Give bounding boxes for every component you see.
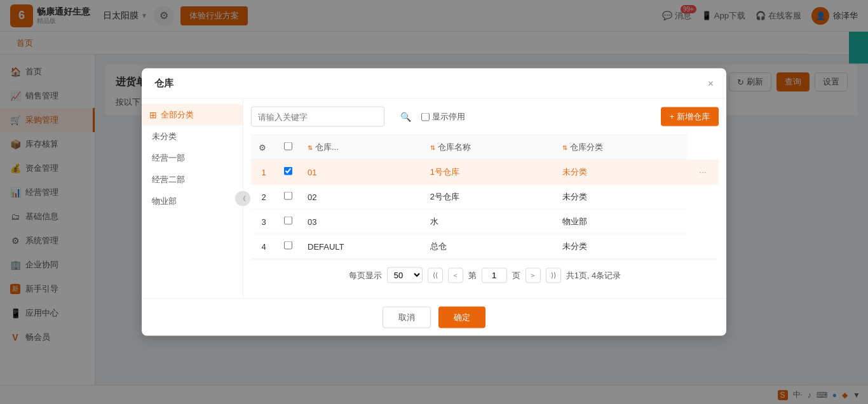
row-name: 总仓 xyxy=(423,234,555,259)
table-body: 1 01 1号仓库 未分类 ··· 2 02 2号仓库 未分类 3 03 水 物… xyxy=(251,159,719,259)
col-category[interactable]: ⇅ 仓库分类 xyxy=(555,135,687,159)
col-name[interactable]: ⇅ 仓库名称 xyxy=(423,135,555,159)
row-name: 1号仓库 xyxy=(423,159,555,184)
page-number-input[interactable] xyxy=(482,267,507,283)
category-item-1[interactable]: 经营一部 xyxy=(142,147,243,169)
category-item-3[interactable]: 物业部 xyxy=(142,191,243,212)
warehouse-modal: 仓库 × ⊞ 全部分类 未分类 经营一部 经营二部 物业部 《 🔍 xyxy=(142,69,726,336)
page-unit: 页 xyxy=(512,269,520,281)
row-checkbox[interactable] xyxy=(284,241,292,250)
row-checkbox-cell[interactable] xyxy=(276,159,300,184)
row-num: 2 xyxy=(251,184,276,209)
col-settings[interactable]: ⚙ xyxy=(251,135,276,159)
table-row[interactable]: 4 DEFAULT 总仓 未分类 xyxy=(251,234,719,259)
row-code: DEFAULT xyxy=(300,234,423,259)
col-code-label: 仓库... xyxy=(315,142,339,153)
category-panel: ⊞ 全部分类 未分类 经营一部 经营二部 物业部 《 xyxy=(142,99,243,299)
modal-title: 仓库 xyxy=(154,77,173,90)
grid-icon: ⊞ xyxy=(149,110,157,120)
row-checkbox[interactable] xyxy=(284,167,292,175)
total-text: 共1页, 4条记录 xyxy=(566,269,621,281)
col-name-label: 仓库名称 xyxy=(438,142,471,153)
show-disabled-label: 显示停用 xyxy=(432,111,465,123)
last-page-button[interactable]: ⟩⟩ xyxy=(546,267,561,283)
cancel-button[interactable]: 取消 xyxy=(383,307,431,328)
row-checkbox-cell[interactable] xyxy=(276,234,300,259)
page-label: 第 xyxy=(468,269,477,281)
row-checkbox[interactable] xyxy=(284,217,292,225)
table-row[interactable]: 3 03 水 物业部 xyxy=(251,209,719,234)
search-wrap: 🔍 xyxy=(251,107,416,127)
row-code: 02 xyxy=(300,184,423,209)
show-disabled-checkbox[interactable] xyxy=(421,112,430,121)
select-all-checkbox[interactable] xyxy=(284,142,292,151)
modal-close-button[interactable]: × xyxy=(708,77,714,89)
row-checkbox-cell[interactable] xyxy=(276,184,300,209)
category-item-0[interactable]: 未分类 xyxy=(142,126,243,147)
pagination: 每页显示 50 10 20 100 ⟨⟨ ＜ 第 页 ＞ ⟩⟩ 共1页, 4条记… xyxy=(251,259,719,291)
row-name: 水 xyxy=(423,209,555,234)
warehouse-table: ⚙ ⇅ 仓库... ⇅ 仓库名称 xyxy=(251,135,719,259)
per-page-select[interactable]: 50 10 20 100 xyxy=(387,267,423,283)
confirm-button[interactable]: 确定 xyxy=(438,307,485,328)
row-num: 3 xyxy=(251,209,276,234)
sort-icon-code: ⇅ xyxy=(308,144,313,151)
modal-header: 仓库 × xyxy=(142,69,726,99)
table-head: ⚙ ⇅ 仓库... ⇅ 仓库名称 xyxy=(251,135,719,159)
table-row[interactable]: 2 02 2号仓库 未分类 xyxy=(251,184,719,209)
prev-page-button[interactable]: ＜ xyxy=(448,267,463,283)
row-num: 1 xyxy=(251,159,276,184)
add-warehouse-button[interactable]: + 新增仓库 xyxy=(661,107,719,126)
category-all[interactable]: ⊞ 全部分类 xyxy=(142,104,243,126)
row-name: 2号仓库 xyxy=(423,184,555,209)
row-category: 未分类 xyxy=(555,159,687,184)
table-row[interactable]: 1 01 1号仓库 未分类 ··· xyxy=(251,159,719,184)
row-category: 未分类 xyxy=(555,234,687,259)
row-category: 物业部 xyxy=(555,209,687,234)
row-actions[interactable]: ··· xyxy=(687,159,719,184)
table-toolbar: 🔍 显示停用 + 新增仓库 xyxy=(251,107,719,127)
modal-body: ⊞ 全部分类 未分类 经营一部 经营二部 物业部 《 🔍 显示停用 xyxy=(142,99,726,299)
sort-icon-cat: ⇅ xyxy=(562,144,567,151)
table-panel: 🔍 显示停用 + 新增仓库 ⚙ xyxy=(243,99,726,299)
modal-footer: 取消 确定 xyxy=(142,299,726,336)
per-page-label: 每页显示 xyxy=(349,269,382,281)
panel-collapse-button[interactable]: 《 xyxy=(235,191,250,206)
search-input[interactable] xyxy=(251,107,384,127)
row-checkbox[interactable] xyxy=(284,192,292,200)
col-cat-label: 仓库分类 xyxy=(570,142,603,153)
col-checkbox-all[interactable] xyxy=(276,135,300,159)
next-page-button[interactable]: ＞ xyxy=(526,267,541,283)
table-wrap: ⚙ ⇅ 仓库... ⇅ 仓库名称 xyxy=(251,135,719,259)
table-header-row: ⚙ ⇅ 仓库... ⇅ 仓库名称 xyxy=(251,135,719,159)
first-page-button[interactable]: ⟨⟨ xyxy=(428,267,443,283)
show-disabled-wrap: 显示停用 xyxy=(421,111,465,123)
category-all-label: 全部分类 xyxy=(161,109,194,121)
search-icon: 🔍 xyxy=(400,112,411,122)
col-code[interactable]: ⇅ 仓库... xyxy=(300,135,423,159)
row-code: 03 xyxy=(300,209,423,234)
row-checkbox-cell[interactable] xyxy=(276,209,300,234)
sort-icon-name: ⇅ xyxy=(430,144,435,151)
row-num: 4 xyxy=(251,234,276,259)
row-code: 01 xyxy=(300,159,423,184)
category-item-2[interactable]: 经营二部 xyxy=(142,169,243,191)
row-category: 未分类 xyxy=(555,184,687,209)
